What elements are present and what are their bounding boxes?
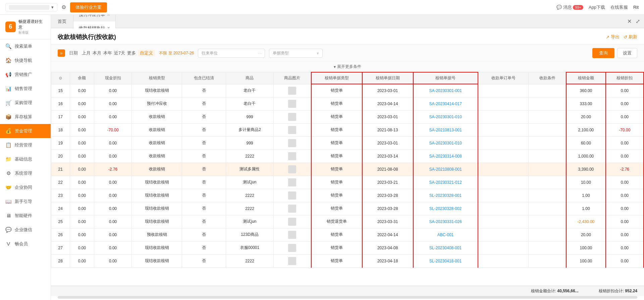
date-opt-this-year[interactable]: 本年 bbox=[103, 50, 112, 56]
query-button[interactable]: 查询 bbox=[592, 48, 614, 58]
cell-receipt-order-no bbox=[478, 228, 529, 241]
cell-doc-no[interactable]: SL-20230418-001 bbox=[413, 254, 478, 267]
cell-writeoff-type: 收款核销 bbox=[131, 110, 182, 123]
cell-doc-type: 销货单 bbox=[311, 254, 362, 267]
data-table: ⚙ 余额 现金折扣 核销类型 包含已结清 商品 商品图片 核销单据类型 核销单据… bbox=[51, 72, 644, 268]
sidebar-item-12[interactable]: 🖥智能硬件 bbox=[0, 209, 51, 223]
sidebar-item-8[interactable]: 📁基础信息 bbox=[0, 152, 51, 166]
sidebar-item-4[interactable]: 🛒采购管理 bbox=[0, 96, 51, 110]
sidebar-item-0[interactable]: 🔍搜索菜单 bbox=[0, 39, 51, 53]
cell-product-image bbox=[273, 189, 311, 202]
sidebar-item-6[interactable]: 💰资金管理 bbox=[0, 124, 51, 138]
table-row[interactable]: 22 0.00 0.00 现结收款核销 否 测试jun 销货单 2023-03-… bbox=[51, 176, 644, 189]
doc-no-link[interactable]: SA-20230301-010 bbox=[429, 141, 462, 145]
cell-doc-no[interactable]: SL-20230328-001 bbox=[413, 189, 478, 202]
table-row[interactable]: 20 0.00 0.00 收款核销 否 2222 销货单 2023-03-14 … bbox=[51, 149, 644, 163]
horizontal-scrollbar[interactable] bbox=[58, 296, 637, 299]
doc-no-link[interactable]: SL-20230408-001 bbox=[429, 246, 462, 250]
expand-window-icon[interactable]: ⤢ bbox=[634, 17, 641, 26]
date-opt-last-month[interactable]: 上月 bbox=[82, 50, 91, 56]
sidebar-item-9[interactable]: ⚙系统管理 bbox=[0, 166, 51, 180]
table-row[interactable]: 15 0.00 0.00 现结收款核销 否 老白干 销货单 2023-03-01… bbox=[51, 84, 644, 97]
table-row[interactable]: 17 0.00 0.00 收款核销 否 999 销货单 2023-03-01 S… bbox=[51, 110, 644, 123]
cell-doc-no[interactable]: SA-20210808-001 bbox=[413, 163, 478, 176]
date-opt-custom[interactable]: 自定义 bbox=[138, 50, 155, 56]
sidebar-item-11[interactable]: 📖新手引导 bbox=[0, 195, 51, 209]
doc-no-link[interactable]: SA-20210808-001 bbox=[429, 167, 462, 172]
settings-button[interactable]: 设置 bbox=[617, 48, 637, 58]
cell-doc-no[interactable]: SA-20230314-008 bbox=[413, 149, 478, 163]
doc-no-link[interactable]: ABC-001 bbox=[437, 232, 454, 237]
export-button[interactable]: ↗ 导出 bbox=[606, 34, 620, 40]
sidebar-item-14[interactable]: V畅会员 bbox=[0, 237, 51, 251]
refresh-button[interactable]: ↺ 刷新 bbox=[624, 34, 637, 40]
tab-home[interactable]: 首页 bbox=[51, 15, 73, 28]
table-row[interactable]: 26 0.00 0.00 预收款核销 否 123D商品 销货单 2022-04-… bbox=[51, 228, 644, 241]
doc-no-link[interactable]: SA-20210813-001 bbox=[429, 128, 462, 132]
table-row[interactable]: 21 0.00 -2.76 收款核销 否 测试多属性 销货单 2021-08-0… bbox=[51, 163, 644, 176]
sidebar-item-5[interactable]: 📦库存核算 bbox=[0, 110, 51, 124]
doc-no-link[interactable]: SA-20230301-010 bbox=[429, 115, 462, 119]
cell-doc-no[interactable]: SA-20210813-001 bbox=[413, 123, 478, 136]
table-row[interactable]: 27 0.00 0.00 现结收款核销 否 衣服00001 销货单 2023-0… bbox=[51, 241, 644, 254]
cell-include-settled: 否 bbox=[182, 163, 226, 176]
company-selector[interactable]: ▾ bbox=[5, 3, 57, 11]
notification-area[interactable]: 💬 消息 99+ bbox=[556, 4, 583, 10]
table-row[interactable]: 19 0.00 0.00 收款核销 否 999 销货单 2023-03-01 S… bbox=[51, 136, 644, 149]
expand-more-button[interactable]: ▾ 展开更多条件 bbox=[334, 64, 361, 70]
cell-writeoff-type: 预付冲应收 bbox=[131, 97, 182, 110]
table-row[interactable]: 23 0.00 0.00 现结收款核销 否 2222 销货单 2023-03-2… bbox=[51, 189, 644, 202]
cell-doc-no[interactable]: SA-20230331-026 bbox=[413, 215, 478, 228]
from-unit-filter[interactable]: 往来单位 ··· bbox=[198, 49, 265, 58]
settings-icon[interactable]: ⚙ bbox=[61, 4, 66, 10]
filter-expand-button[interactable]: » bbox=[58, 49, 65, 57]
doc-no-link[interactable]: SA-20230414-017 bbox=[429, 101, 462, 106]
cell-doc-no[interactable]: ABC-001 bbox=[413, 228, 478, 241]
date-opt-7days[interactable]: 近7天 bbox=[114, 50, 125, 56]
tab-item-0[interactable]: 预付冲应付单✕ bbox=[73, 15, 116, 22]
top-header-left: ▾ ⚙ 体验行业方案 bbox=[5, 2, 107, 12]
sidebar-icon-8: 📁 bbox=[5, 156, 11, 162]
table-row[interactable]: 25 0.00 0.00 现结收款核销 否 测试jun 销货退货单 2023-0… bbox=[51, 215, 644, 228]
cell-doc-no[interactable]: SA-20230301-001 bbox=[413, 84, 478, 97]
cell-doc-no[interactable]: SL-20230408-001 bbox=[413, 241, 478, 254]
col-settings[interactable]: ⚙ bbox=[51, 72, 70, 84]
cell-receipt-order-no bbox=[478, 163, 529, 176]
table-row[interactable]: 24 0.00 0.00 现结收款核销 否 2222 销货单 2023-03-2… bbox=[51, 202, 644, 215]
table-row[interactable]: 16 0.00 0.00 预付冲应收 否 老白干 销货单 2023-04-14 … bbox=[51, 97, 644, 110]
online-service-link[interactable]: 在线客服 bbox=[610, 4, 628, 10]
single-type-filter[interactable]: 单据类型 ▾ bbox=[269, 49, 323, 58]
tab-close-icon-0[interactable]: ✕ bbox=[107, 15, 110, 17]
solution-button[interactable]: 体验行业方案 bbox=[70, 2, 107, 12]
doc-no-link[interactable]: SL-20230328-001 bbox=[429, 193, 462, 198]
cell-doc-no[interactable]: SA-20230301-010 bbox=[413, 136, 478, 149]
doc-no-link[interactable]: SL-20230418-001 bbox=[429, 259, 462, 263]
table-row[interactable]: 28 0.00 0.00 现结收款核销 否 2222 销货单 2023-04-1… bbox=[51, 254, 644, 267]
user-name[interactable]: Rit bbox=[633, 5, 639, 10]
app-download-link[interactable]: App下载 bbox=[589, 4, 605, 10]
cell-receipt-order-no bbox=[478, 110, 529, 123]
cell-doc-no[interactable]: SA-20230414-017 bbox=[413, 97, 478, 110]
doc-no-link[interactable]: SA-20230314-008 bbox=[429, 154, 462, 159]
close-window-icon[interactable]: ✕ bbox=[626, 17, 633, 26]
sidebar-item-1[interactable]: 🏠快捷导航 bbox=[0, 53, 51, 68]
sidebar-item-3[interactable]: 📊销售管理 bbox=[0, 82, 51, 96]
cell-include-settled: 否 bbox=[182, 110, 226, 123]
date-opt-more[interactable]: 更多 bbox=[127, 50, 136, 56]
cell-doc-no[interactable]: SA-20230321-012 bbox=[413, 176, 478, 189]
cell-doc-no[interactable]: SA-20230301-010 bbox=[413, 110, 478, 123]
date-opt-this-month[interactable]: 本月 bbox=[93, 50, 101, 56]
table-row[interactable]: 18 0.00 -70.00 收款核销 否 多计量商品2 销货单 2021-08… bbox=[51, 123, 644, 136]
doc-no-link[interactable]: SA-20230321-012 bbox=[429, 180, 462, 185]
sidebar-item-2[interactable]: 📢营销推广 bbox=[0, 68, 51, 82]
cell-doc-no[interactable]: SL-20230328-002 bbox=[413, 202, 478, 215]
sidebar-item-10[interactable]: 🤝企业协同 bbox=[0, 180, 51, 195]
doc-no-link[interactable]: SA-20230301-001 bbox=[429, 88, 462, 93]
doc-no-link[interactable]: SL-20230328-002 bbox=[429, 206, 462, 211]
doc-no-link[interactable]: SA-20230331-026 bbox=[429, 219, 462, 224]
sidebar-item-13[interactable]: 💬企业微信 bbox=[0, 223, 51, 237]
sidebar-item-7[interactable]: 📋经营管理 bbox=[0, 138, 51, 152]
cell-writeoff-type: 收款核销 bbox=[131, 136, 182, 149]
cell-product-image bbox=[273, 202, 311, 215]
cell-id: 27 bbox=[51, 241, 70, 254]
